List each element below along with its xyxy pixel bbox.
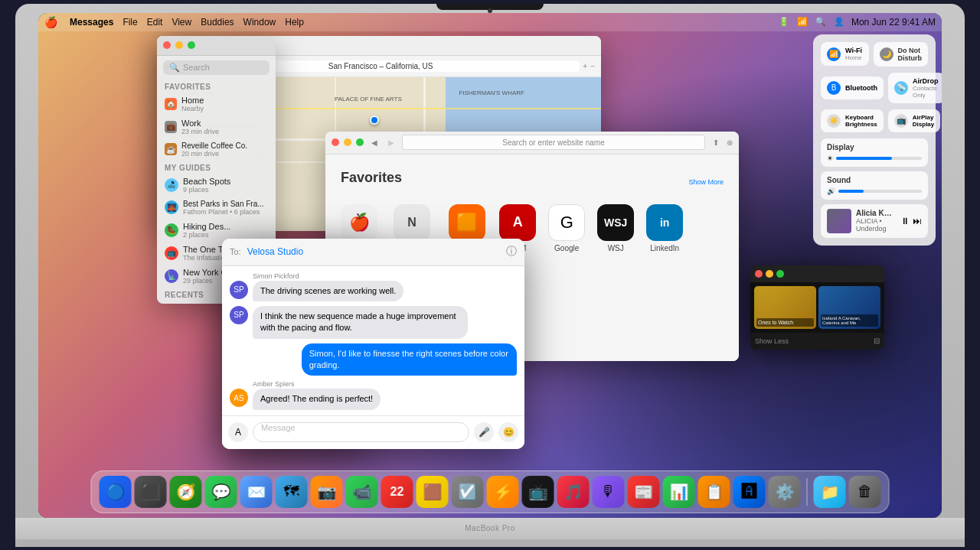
notif-kb-btn[interactable]: ☀️ Keyboard Brightness [821,109,884,132]
tv-controls: Show Less ⊟ [750,333,884,350]
tv-thumb-iceland-label: Iceland A Caravan, Caterina and Me [821,314,878,327]
sound-slider[interactable] [838,190,922,193]
sidebar-search[interactable]: 🔍 Search [163,60,270,75]
dock-numbers[interactable]: 📊 [663,476,695,508]
parks-icon: 🌉 [165,200,178,214]
notif-row-bt-airdrop: B Bluetooth 📡 AirDrop Contacts Only [821,73,928,103]
menubar-file[interactable]: File [122,17,137,28]
messages-input[interactable]: Message [253,422,469,442]
battery-icon: 🔋 [778,17,790,28]
sidebar-item-home[interactable]: 🏠 HomeNearby [157,93,276,116]
browser-fwd[interactable]: ▶ [388,138,394,147]
messages-info-btn[interactable]: ⓘ [506,245,517,259]
browser-share[interactable]: ⬆ [713,138,719,147]
browser-close-btn[interactable] [332,138,339,146]
dock-calendar[interactable]: 22 [381,476,413,508]
sidebar-item-parks[interactable]: 🌉 Best Parks in San Fra...Fathom Planet … [157,197,276,219]
dnd-notif-label: Do NotDisturb [898,47,923,62]
dock-trash[interactable]: 🗑 [849,476,881,508]
wifi-icon[interactable]: 📶 [796,17,808,28]
dock-messages[interactable]: 💬 [205,476,237,508]
tv-titlebar [750,265,884,282]
maximize-btn[interactable] [188,41,195,49]
dock-facetime[interactable]: 📹 [346,476,378,508]
msg-emoji-btn[interactable]: 😊 [498,422,518,442]
dock-photos[interactable]: 📷 [311,476,343,508]
user-icon[interactable]: 👤 [833,17,845,28]
notif-airdrop-btn[interactable]: 📡 AirDrop Contacts Only [888,73,942,103]
messages-input-area: A Message 🎤 😊 [222,415,524,449]
dock-systemprefs[interactable]: ⚙️ [769,476,801,508]
sidebar-item-work[interactable]: 💼 Work23 min drive [157,116,276,138]
tv-content: Ones to Watch Iceland A Caravan, Caterin… [750,282,884,333]
play-pause-icon[interactable]: ⏸ [900,216,910,226]
tv-close-btn[interactable] [755,270,763,278]
notif-bluetooth-btn[interactable]: B Bluetooth [821,76,884,99]
tv-max-btn[interactable] [776,270,784,278]
dock-maps[interactable]: 🗺 [276,476,308,508]
dock-podcasts[interactable]: 🎙 [593,476,625,508]
dock-finder[interactable]: 🔵 [100,476,132,508]
dock-notes[interactable]: 🟫 [416,476,449,508]
sound-title: Sound [827,176,922,184]
maps-zoom-out[interactable]: − [590,62,595,70]
browser-back[interactable]: ◀ [371,138,377,147]
dock-news[interactable]: 📰 [628,476,660,508]
msg-audio-btn[interactable]: 🎤 [474,422,494,442]
dock-separator [807,478,808,506]
menubar-view[interactable]: View [172,17,191,28]
beach-label: Beach Spots [183,177,230,186]
close-btn[interactable] [163,41,171,49]
skip-forward-icon[interactable]: ⏭ [913,216,922,226]
wifi-notif-label: Wi-Fi [845,47,862,54]
search-icon[interactable]: 🔍 [815,17,827,28]
browser-max-btn[interactable] [356,138,364,146]
tv-show-less[interactable]: Show Less [755,337,789,345]
search-icon: 🔍 [169,63,180,73]
maps-icon: 🗺 [284,483,299,500]
dock-launchpad[interactable]: ⬛ [135,476,167,508]
menubar-app-name[interactable]: Messages [70,17,113,28]
menubar-buddies[interactable]: Buddies [201,17,234,28]
sidebar-item-coffee[interactable]: ☕ Reveille Coffee Co.20 min drive [157,138,276,161]
dock-mail[interactable]: ✉️ [240,476,273,508]
dock-music[interactable]: 🎵 [557,476,590,508]
dock-appletv[interactable]: 📺 [522,476,554,508]
dock-appstore[interactable]: 🅰 [733,476,766,508]
messages-titlebar: To: Velosa Studio ⓘ [222,239,524,266]
notif-wifi-btn[interactable]: 📶 Wi-Fi Home [821,42,869,66]
tv-min-btn[interactable] [766,270,773,278]
msg-apps-btn[interactable]: A [228,422,248,442]
dock-reminders[interactable]: ☑️ [452,476,484,508]
browser-address-bar[interactable]: Search or enter website name [402,135,705,150]
dock-safari[interactable]: 🧭 [170,476,202,508]
notif-airplay-btn[interactable]: 📺 AirPlay Display [888,109,940,132]
tv-thumb-ones-to-watch[interactable]: Ones to Watch [754,286,816,329]
fav-google[interactable]: G Google [548,204,585,252]
map-label-fisherman: FISHERMAN'S WHARF [459,89,524,96]
menubar-window[interactable]: Window [243,17,276,28]
tv-thumb-iceland[interactable]: Iceland A Caravan, Caterina and Me [818,286,880,329]
dock-shortcuts[interactable]: ⚡ [487,476,519,508]
display-slider[interactable] [836,157,922,160]
hiking-label: Hiking Des... [183,222,230,231]
menubar-help[interactable]: Help [285,17,304,28]
tv-preview-window: Ones to Watch Iceland A Caravan, Caterin… [750,265,884,350]
messages-body[interactable]: Simon Pickford SP The driving scenes are… [222,266,524,415]
show-more-btn[interactable]: Show More [688,178,724,186]
notif-dnd-btn[interactable]: 🌙 Do NotDisturb [874,42,929,67]
dock-folder[interactable]: 📁 [814,476,846,508]
apple-menu-icon[interactable]: 🍎 [44,16,57,28]
keynote-icon: 📋 [704,483,724,501]
minimize-btn[interactable] [175,41,183,49]
browser-min-btn[interactable] [344,138,351,146]
maps-zoom-in[interactable]: + [583,62,587,70]
sidebar-item-beach[interactable]: 🏖 Beach Spots9 places [157,174,276,197]
fav-linkedin[interactable]: in LinkedIn [646,204,683,252]
browser-tabs[interactable]: ⊕ [727,138,733,147]
dock-keynote[interactable]: 📋 [698,476,730,508]
fav-wsj[interactable]: WSJ WSJ [597,204,634,252]
finder-icon: 🔵 [106,483,125,501]
tv-toggle-icon[interactable]: ⊟ [874,337,880,345]
menubar-edit[interactable]: Edit [147,17,163,28]
